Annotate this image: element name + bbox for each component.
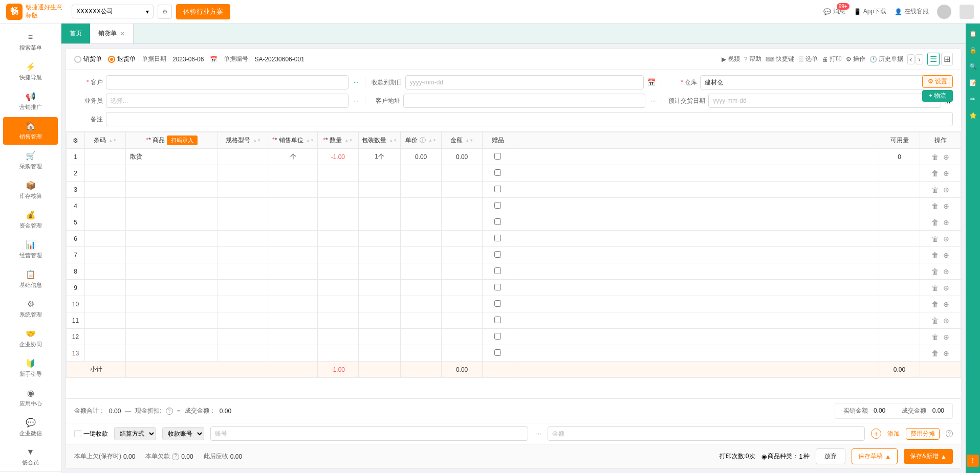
owe-help-icon[interactable]: ? — [172, 453, 179, 460]
row-gift[interactable] — [483, 312, 513, 329]
app-download-button[interactable]: 📱 App下载 — [854, 7, 886, 16]
row-qty[interactable]: -1.00 — [317, 149, 358, 165]
addr-select-icon[interactable]: ··· — [650, 97, 656, 104]
account-dots-icon[interactable]: ··· — [536, 430, 541, 437]
next-arrow[interactable]: › — [916, 54, 923, 64]
row-price[interactable] — [401, 231, 442, 247]
row-spec[interactable] — [218, 312, 269, 329]
rs-search[interactable]: 🔍 — [967, 60, 979, 73]
row-price[interactable] — [401, 329, 442, 345]
company-selector[interactable]: XXXXXX公司 ▾ — [72, 5, 154, 18]
settlement-method-select[interactable]: 结算方式 — [114, 427, 156, 440]
print-button[interactable]: 🖨 打印 — [822, 55, 842, 63]
copy-row-icon[interactable]: ⊕ — [943, 267, 949, 276]
row-gift[interactable] — [483, 214, 513, 231]
row-price[interactable] — [401, 263, 442, 280]
trial-button[interactable]: 体验行业方案 — [176, 4, 230, 19]
expected-date-input[interactable] — [708, 94, 941, 108]
copy-row-icon[interactable]: ⊕ — [943, 251, 949, 259]
settings-button[interactable]: ⚙ — [158, 5, 172, 19]
row-qty[interactable] — [317, 182, 358, 198]
copy-row-icon[interactable]: ⊕ — [943, 300, 949, 308]
warehouse-input[interactable] — [700, 75, 943, 89]
sidebar-item-inventory[interactable]: 📦 库存核算 — [3, 176, 58, 204]
delete-row-icon[interactable]: 🗑 — [931, 300, 939, 308]
row-spec[interactable] — [218, 345, 269, 362]
customer-addr-input[interactable] — [403, 94, 646, 108]
row-spec[interactable] — [218, 329, 269, 345]
row-spec[interactable] — [218, 198, 269, 214]
copy-row-icon[interactable]: ⊕ — [943, 202, 949, 210]
row-barcode[interactable] — [85, 231, 126, 247]
row-barcode[interactable] — [85, 296, 126, 312]
customer-select-icon[interactable]: ··· — [354, 79, 359, 86]
delete-row-icon[interactable]: 🗑 — [931, 235, 939, 243]
abandon-button[interactable]: 放弃 — [816, 448, 845, 464]
row-barcode[interactable] — [85, 214, 126, 231]
copy-row-icon[interactable]: ⊕ — [943, 284, 949, 292]
row-barcode[interactable] — [85, 198, 126, 214]
rs-notes[interactable]: 📋 — [967, 28, 979, 40]
sidebar-item-marketing[interactable]: 📢 营销推广 — [3, 87, 58, 115]
row-gift[interactable] — [483, 345, 513, 362]
row-barcode[interactable] — [85, 247, 126, 263]
help-button[interactable]: ? 帮助 — [744, 55, 761, 63]
delete-row-icon[interactable]: 🗑 — [931, 284, 939, 292]
copy-row-icon[interactable]: ⊕ — [943, 169, 949, 177]
remarks-input[interactable] — [106, 112, 953, 126]
rs-document[interactable]: 📝 — [967, 77, 979, 89]
row-price[interactable] — [401, 312, 442, 329]
row-price[interactable] — [401, 280, 442, 296]
row-gift[interactable] — [483, 231, 513, 247]
amount-input[interactable] — [548, 426, 865, 441]
radio-sales[interactable]: 销货单 — [74, 55, 102, 63]
history-button[interactable]: 🕐 历史单据 — [869, 55, 903, 63]
row-gift[interactable] — [483, 165, 513, 182]
row-spec[interactable] — [218, 214, 269, 231]
row-price[interactable] — [401, 345, 442, 362]
fee-split-button[interactable]: 费用分摊 — [906, 428, 940, 440]
rs-alert[interactable]: ! — [967, 455, 979, 467]
save-draft-button[interactable]: 保存草稿 ▲ — [852, 448, 898, 464]
operations-button[interactable]: ⚙ 操作 — [846, 55, 865, 63]
row-gift[interactable] — [483, 296, 513, 312]
delete-row-icon[interactable]: 🗑 — [931, 349, 939, 357]
row-spec[interactable] — [218, 280, 269, 296]
salesperson-input[interactable] — [106, 94, 349, 108]
row-qty[interactable] — [317, 165, 358, 182]
row-price[interactable] — [401, 214, 442, 231]
scan-button[interactable]: 扫码录入 — [167, 136, 198, 145]
delete-row-icon[interactable]: 🗑 — [931, 333, 939, 341]
row-spec[interactable] — [218, 296, 269, 312]
row-qty[interactable] — [317, 296, 358, 312]
salesperson-select-icon[interactable]: ··· — [354, 97, 359, 104]
row-price[interactable]: 0.00 — [401, 149, 442, 165]
radio-return[interactable]: 退货单 — [108, 55, 136, 63]
delete-row-icon[interactable]: 🗑 — [931, 251, 939, 259]
delete-row-icon[interactable]: 🗑 — [931, 169, 939, 177]
row-barcode[interactable] — [85, 312, 126, 329]
fee-help-icon[interactable]: ? — [946, 430, 953, 437]
row-price[interactable] — [401, 165, 442, 182]
sidebar-item-wechat[interactable]: 💬 企业微信 — [3, 414, 58, 441]
row-barcode[interactable] — [85, 345, 126, 362]
copy-row-icon[interactable]: ⊕ — [943, 349, 949, 357]
row-qty[interactable] — [317, 198, 358, 214]
copy-row-icon[interactable]: ⊕ — [943, 235, 949, 243]
row-spec[interactable] — [218, 231, 269, 247]
message-button[interactable]: 💬 消息 99+ — [823, 7, 845, 16]
sidebar-item-enterprise[interactable]: 🤝 企业协同 — [3, 325, 58, 352]
sidebar-item-guide[interactable]: 🔰 新手引导 — [3, 354, 58, 382]
row-barcode[interactable] — [85, 182, 126, 198]
customer-input[interactable] — [106, 75, 349, 89]
row-qty[interactable] — [317, 345, 358, 362]
goods-type-radio[interactable]: ◉ — [761, 453, 767, 460]
row-gift[interactable] — [483, 149, 513, 165]
save-new-button[interactable]: 保存&新增 ▲ — [904, 449, 953, 464]
avatar-extra[interactable] — [960, 5, 974, 19]
price-info-icon[interactable]: ⓘ — [420, 137, 426, 144]
sidebar-item-basic[interactable]: 📋 基础信息 — [3, 265, 58, 293]
add-payment-button[interactable]: + — [871, 429, 881, 439]
row-barcode[interactable] — [85, 263, 126, 280]
row-qty[interactable] — [317, 263, 358, 280]
